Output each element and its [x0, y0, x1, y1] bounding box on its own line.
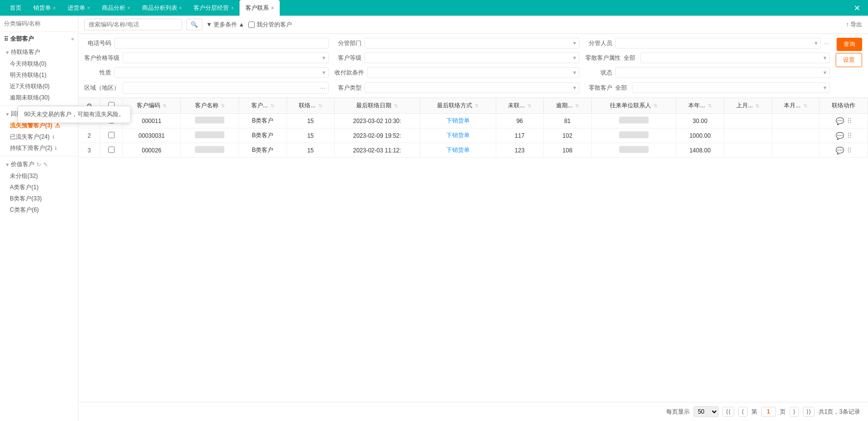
- td-name-2: [181, 143, 239, 158]
- td-last-month-2: [724, 143, 772, 158]
- more-icon-0[interactable]: ⠿: [847, 117, 852, 125]
- window-close-button[interactable]: ✕: [850, 3, 864, 13]
- sidebar-item-ungrouped[interactable]: 未分组(32): [0, 171, 78, 182]
- th-name[interactable]: 客户名称 ⇅: [181, 98, 239, 114]
- sidebar-group-pending[interactable]: ▾ 待联络客户: [0, 46, 78, 58]
- last-page-btn[interactable]: ⟩⟩: [803, 407, 815, 417]
- td-last-method-2[interactable]: 下销货单: [420, 143, 496, 158]
- per-page-select[interactable]: 50 100 200: [694, 406, 719, 417]
- manager-select[interactable]: ▾: [615, 38, 821, 49]
- prev-page-btn[interactable]: ⟨: [738, 407, 747, 417]
- tab-analysis-close[interactable]: ×: [127, 5, 130, 11]
- manager-more-icon[interactable]: ···: [824, 39, 830, 47]
- chat-icon-1[interactable]: 💬: [836, 132, 844, 140]
- price-grade-select[interactable]: ▾: [122, 52, 329, 63]
- td-last-method-1[interactable]: 下销货单: [420, 128, 496, 143]
- td-uncontacted-0: 96: [496, 114, 544, 128]
- td-last-method-0[interactable]: 下销货单: [420, 114, 496, 128]
- sidebar-item-lost[interactable]: 已流失客户(24) ℹ: [0, 131, 78, 143]
- sidebar-item-declining[interactable]: 持续下滑客户(2) ℹ: [0, 143, 78, 154]
- th-overdue[interactable]: 逾期... ⇅: [544, 98, 592, 114]
- tab-customer-contact[interactable]: 客户联系 ×: [240, 0, 280, 16]
- th-this-month[interactable]: 本月... ⇅: [772, 98, 820, 114]
- filter-row-department: 分管部门 ▾: [335, 38, 579, 49]
- info-icon-2: ℹ: [55, 146, 57, 151]
- th-contact-count[interactable]: 联络... ⇅: [287, 98, 335, 114]
- zero-customer-select[interactable]: ▾: [632, 82, 830, 93]
- tab-customer-layer-close[interactable]: ×: [231, 5, 234, 11]
- chat-icon-0[interactable]: 💬: [836, 117, 844, 125]
- more-conditions-btn[interactable]: ▼ 更多条件 ▲: [206, 21, 244, 29]
- contact-method-link-1[interactable]: 下销货单: [446, 132, 470, 139]
- th-type[interactable]: 客户... ⇅: [239, 98, 287, 114]
- my-customers-checkbox[interactable]: [248, 22, 255, 28]
- tab-purchase-close[interactable]: ×: [87, 5, 90, 11]
- sidebar-item-tomorrow[interactable]: 明天待联络(1): [0, 70, 78, 81]
- search-input[interactable]: [84, 19, 182, 30]
- region-more[interactable]: ···: [320, 84, 326, 92]
- tab-analysis-list-close[interactable]: ×: [179, 5, 182, 11]
- customer-table: ⚙ 客户编码 ⇅ 客户名称 ⇅ 客户... ⇅ 联络... ⇅ 最后联络日期 ⇅…: [78, 98, 868, 158]
- sidebar-item-c-class[interactable]: C类客户(6): [0, 204, 78, 216]
- sidebar-item-a-class[interactable]: A类客户(1): [0, 182, 78, 193]
- sidebar-search-input[interactable]: [4, 20, 77, 27]
- row-checkbox-2[interactable]: [108, 147, 115, 153]
- settings-button[interactable]: 设置: [836, 53, 862, 67]
- th-last-method[interactable]: 最后联络方式 ⇅: [420, 98, 496, 114]
- td-last-month-0: [724, 114, 772, 128]
- td-last-date-1: 2023-02-09 19:52:: [335, 128, 420, 143]
- th-last-date[interactable]: 最后联络日期 ⇅: [335, 98, 420, 114]
- more-icon-1[interactable]: ⠿: [847, 132, 852, 140]
- zero-attr-select[interactable]: ▾: [640, 52, 830, 63]
- filter-row-phone: 电话号码: [84, 38, 329, 49]
- export-button[interactable]: ↑ 导出: [846, 21, 862, 29]
- department-select[interactable]: ▾: [364, 38, 579, 49]
- tab-sales-close[interactable]: ×: [53, 5, 56, 11]
- td-cb-2[interactable]: [100, 143, 122, 158]
- td-cb-1[interactable]: [100, 128, 122, 143]
- sidebar-all-customers[interactable]: ⠿ 全部客户 «: [0, 32, 78, 46]
- page-input[interactable]: [761, 407, 776, 417]
- region-select[interactable]: ···: [122, 82, 329, 94]
- grade-select[interactable]: ▾: [364, 52, 579, 63]
- sidebar-item-b-class[interactable]: B类客户(33): [0, 193, 78, 204]
- next-page-btn[interactable]: ⟩: [790, 407, 799, 417]
- my-customers-checkbox-label[interactable]: 我分管的客户: [248, 21, 292, 29]
- filter-row-gender: 性质 ▾: [84, 67, 329, 78]
- more-icon-2[interactable]: ⠿: [847, 147, 852, 154]
- th-last-month[interactable]: 上月... ⇅: [724, 98, 772, 114]
- search-button[interactable]: 🔍: [186, 19, 202, 30]
- phone-input[interactable]: [114, 38, 329, 49]
- customer-type-select[interactable]: ▾: [364, 82, 579, 93]
- chevron-up-icon: ▲: [239, 21, 244, 28]
- th-contact-person[interactable]: 往来单位联系人 ⇅: [591, 98, 676, 114]
- th-code[interactable]: 客户编码 ⇅: [122, 98, 181, 114]
- tab-customer-contact-close[interactable]: ×: [271, 5, 274, 11]
- first-page-btn[interactable]: ⟨⟨: [723, 407, 734, 417]
- tab-analysis-list[interactable]: 商品分析列表 ×: [136, 0, 188, 16]
- gender-select[interactable]: ▾: [114, 67, 329, 78]
- contact-method-link-0[interactable]: 下销货单: [446, 117, 470, 124]
- sidebar-item-overdue[interactable]: 逾期未联络(30): [0, 92, 78, 103]
- sidebar-group-value[interactable]: ▾ 价值客户 ↻ ✎: [0, 158, 78, 171]
- tab-purchase[interactable]: 进货单 ×: [62, 0, 96, 16]
- refresh-icon[interactable]: ↻: [36, 161, 41, 168]
- sidebar-item-7days[interactable]: 近7天待联络(0): [0, 81, 78, 92]
- payment-label: 收付款条件: [335, 69, 364, 77]
- tab-home[interactable]: 首页: [4, 0, 27, 16]
- tab-sales[interactable]: 销货单 ×: [27, 0, 62, 16]
- th-uncontacted[interactable]: 未联... ⇅: [496, 98, 544, 114]
- td-actions-0: 💬 ⠿: [820, 114, 868, 128]
- th-this-year[interactable]: 本年... ⇅: [676, 98, 724, 114]
- sidebar-item-today[interactable]: 今天待联络(0): [0, 58, 78, 70]
- chat-icon-2[interactable]: 💬: [836, 147, 844, 154]
- customer-type-label: 客户类型: [335, 84, 362, 92]
- query-button[interactable]: 查询: [837, 38, 862, 51]
- contact-method-link-2[interactable]: 下销货单: [446, 147, 470, 153]
- tab-customer-layer[interactable]: 客户分层经营 ×: [188, 0, 240, 16]
- payment-select[interactable]: ▾: [367, 67, 579, 78]
- status-select[interactable]: ▾: [615, 67, 830, 78]
- edit-icon[interactable]: ✎: [43, 161, 48, 168]
- tab-analysis[interactable]: 商品分析 ×: [96, 0, 136, 16]
- row-checkbox-1[interactable]: [108, 132, 115, 138]
